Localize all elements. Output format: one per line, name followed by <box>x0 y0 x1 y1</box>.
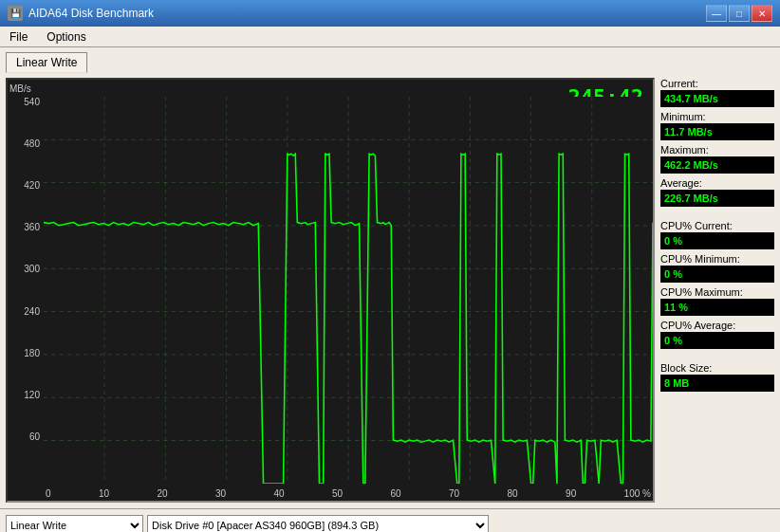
mbs-label: MB/s <box>9 83 31 94</box>
cpu-maximum-value: 11 % <box>660 299 774 316</box>
x-label-40: 40 <box>274 488 285 499</box>
cpu-average-value: 0 % <box>660 332 774 349</box>
cpu-current-label: CPU% Current: <box>660 220 774 231</box>
stat-current: Current: 434.7 MB/s <box>660 78 774 107</box>
y-label-540: 540 <box>9 97 40 107</box>
cpu-current-value: 0 % <box>660 232 774 249</box>
close-button[interactable]: ✕ <box>752 5 772 22</box>
average-value: 226.7 MB/s <box>660 190 774 207</box>
average-label: Average: <box>660 177 774 189</box>
tab-linear-write[interactable]: Linear Write <box>6 52 87 73</box>
maximum-value: 462.2 MB/s <box>660 156 774 174</box>
stat-cpu-average: CPU% Average: 0 % <box>660 320 774 349</box>
minimize-button[interactable]: — <box>706 5 727 22</box>
current-value: 434.7 MB/s <box>660 90 774 107</box>
stat-average: Average: 226.7 MB/s <box>660 177 774 207</box>
minimum-label: Minimum: <box>660 111 774 122</box>
maximize-button[interactable]: □ <box>729 5 750 22</box>
stat-maximum: Maximum: 462.2 MB/s <box>660 144 774 174</box>
title-buttons: — □ ✕ <box>706 5 772 22</box>
x-label-50: 50 <box>332 488 343 499</box>
stat-cpu-current: CPU% Current: 0 % <box>660 220 774 249</box>
x-label-30: 30 <box>215 488 226 499</box>
maximum-label: Maximum: <box>660 144 774 156</box>
y-label-360: 360 <box>9 222 40 232</box>
y-label-420: 420 <box>9 180 40 191</box>
stats-panel: Current: 434.7 MB/s Minimum: 11.7 MB/s M… <box>660 78 774 503</box>
x-label-100: 100 % <box>624 488 651 499</box>
y-axis: 540 480 420 360 300 240 180 120 60 <box>8 97 42 484</box>
minimum-value: 11.7 MB/s <box>660 123 774 140</box>
menu-options[interactable]: Options <box>41 28 91 46</box>
y-label-300: 300 <box>9 264 40 274</box>
x-label-70: 70 <box>449 488 459 499</box>
x-label-90: 90 <box>566 488 576 499</box>
current-label: Current: <box>660 78 774 89</box>
x-label-80: 80 <box>508 488 518 499</box>
cpu-minimum-label: CPU% Minimum: <box>660 253 774 265</box>
window-title: AIDA64 Disk Benchmark <box>28 7 154 20</box>
cpu-average-label: CPU% Average: <box>660 320 774 331</box>
block-size-label: Block Size: <box>660 362 774 374</box>
stat-cpu-minimum: CPU% Minimum: 0 % <box>660 253 774 283</box>
chart-wrapper: MB/s 245:42 <box>6 78 655 503</box>
y-label-180: 180 <box>9 348 40 358</box>
cpu-minimum-value: 0 % <box>660 266 774 283</box>
test-type-select[interactable]: Linear Write <box>6 515 143 533</box>
tab-bar: Linear Write <box>0 47 780 72</box>
y-label-60: 60 <box>9 431 40 442</box>
stat-cpu-maximum: CPU% Maximum: 11 % <box>660 286 774 316</box>
title-bar: 💾 AIDA64 Disk Benchmark — □ ✕ <box>0 0 780 27</box>
app-icon: 💾 <box>8 6 23 21</box>
stat-minimum: Minimum: 11.7 MB/s <box>660 111 774 140</box>
x-label-20: 20 <box>157 488 167 499</box>
stat-block-size: Block Size: 8 MB <box>660 362 774 392</box>
y-label-120: 120 <box>9 390 40 400</box>
main-content: MB/s 245:42 <box>0 72 780 508</box>
x-label-0: 0 <box>46 488 51 499</box>
x-label-10: 10 <box>99 488 109 499</box>
y-label-240: 240 <box>9 306 40 317</box>
block-size-value: 8 MB <box>660 375 774 392</box>
chart-svg <box>44 97 653 484</box>
bottom-controls: Linear Write Disk Drive #0 [Apacer AS340… <box>0 508 780 532</box>
y-label-480: 480 <box>9 138 40 149</box>
cpu-maximum-label: CPU% Maximum: <box>660 286 774 298</box>
drive-select[interactable]: Disk Drive #0 [Apacer AS340 960GB] (894.… <box>147 515 489 533</box>
menu-file[interactable]: File <box>4 28 33 46</box>
menu-bar: File Options <box>0 27 780 47</box>
x-axis: 0 10 20 30 40 50 60 70 80 90 100 % <box>44 488 653 499</box>
x-label-60: 60 <box>391 488 401 499</box>
y-label-0 <box>9 473 40 484</box>
